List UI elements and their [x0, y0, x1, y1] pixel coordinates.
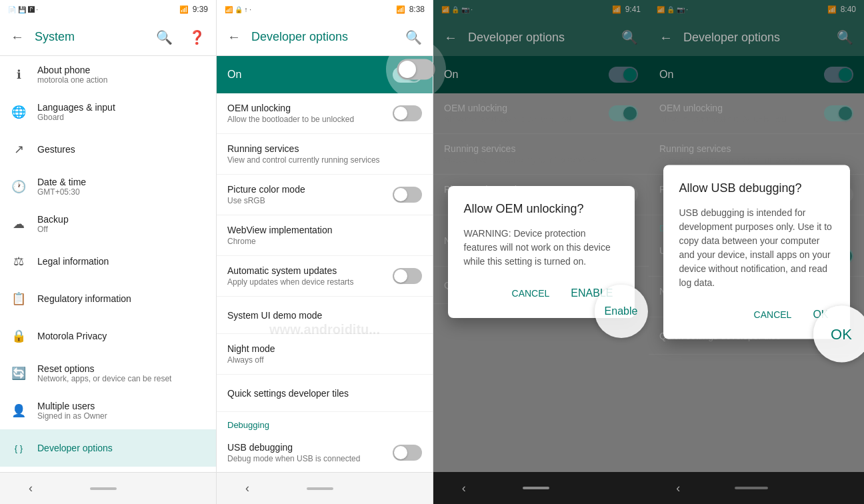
languages-icon: 🌐: [11, 104, 27, 120]
ok-circle-overlay[interactable]: OK: [813, 306, 865, 363]
oem-dialog-container: Allow OEM unlocking? WARNING: Device pro…: [448, 186, 635, 318]
about-icon: ℹ: [11, 67, 27, 83]
about-subtitle: motorola one action: [37, 75, 205, 85]
sidebar-item-gestures[interactable]: ↗ Gestures: [0, 131, 216, 168]
about-title: About phone: [37, 65, 205, 75]
oem-dialog-actions: Cancel Enable: [464, 285, 619, 302]
watermark-p2: www.androiditu...: [269, 322, 380, 337]
dev-item-webview[interactable]: WebView implementation Chrome: [217, 215, 433, 256]
users-subtitle: Signed in as Owner: [37, 411, 205, 421]
on-header-p2[interactable]: On: [217, 56, 433, 93]
languages-subtitle: Gboard: [37, 113, 205, 122]
regulatory-icon: 📋: [11, 291, 27, 307]
users-title: Multiple users: [37, 401, 205, 411]
status-icons-p1: 📄 💾 🅿 ·: [8, 6, 38, 13]
wifi-icon-p1: 📶: [179, 5, 189, 14]
privacy-icon: 🔒: [11, 328, 27, 344]
developer-title: Developer options: [37, 443, 205, 453]
toolbar-p1: ← System 🔍 ❓: [0, 19, 216, 56]
usb-dialog-title: Allow USB debugging?: [679, 181, 834, 195]
status-bar-p1: 📄 💾 🅿 · 📶 9:39: [0, 0, 216, 19]
time-p1: 9:39: [193, 5, 208, 14]
privacy-title: Motorola Privacy: [37, 331, 205, 341]
panel-system-settings: 📄 💾 🅿 · 📶 9:39 ← System 🔍 ❓ ℹ About phon…: [0, 0, 217, 504]
panel-developer-oem-dialog: 📶 🔒 📷 · 📶 9:41 ← Developer options 🔍 On …: [433, 0, 649, 504]
developer-list-p2: OEM unlocking Allow the bootloader to be…: [217, 93, 433, 472]
dev-item-oem[interactable]: OEM unlocking Allow the bootloader to be…: [217, 93, 433, 134]
sidebar-item-regulatory[interactable]: 📋 Regulatory information: [0, 280, 216, 317]
dev-item-autoupdate[interactable]: Automatic system updates Apply updates w…: [217, 256, 433, 297]
on-label-p2: On: [227, 69, 393, 81]
legal-title: Legal information: [37, 256, 205, 267]
dev-item-usbdebug[interactable]: USB debugging Debug mode when USB is con…: [217, 433, 433, 472]
ok-circle-label: OK: [831, 325, 852, 343]
sidebar-item-backup[interactable]: ☁ Backup Off: [0, 205, 216, 243]
status-bar-p2: 📶 🔒 ↑ · 📶 8:38: [217, 0, 433, 19]
legal-icon: ⚖: [11, 253, 27, 269]
bottom-nav-p4: ‹: [649, 472, 864, 504]
backup-title: Backup: [37, 214, 205, 225]
wifi-icon-p2: 📶: [396, 5, 405, 14]
status-icons-p2: 📶 🔒 ↑ ·: [225, 6, 251, 13]
gestures-title: Gestures: [37, 144, 205, 155]
oem-toggle-p2[interactable]: [393, 105, 422, 121]
backup-icon: ☁: [11, 216, 27, 232]
usb-cancel-button[interactable]: Cancel: [749, 306, 797, 323]
help-icon-p1[interactable]: ❓: [189, 29, 205, 45]
oem-dialog-title: Allow OEM unlocking?: [464, 202, 619, 216]
home-pill-p1: [90, 487, 117, 490]
regulatory-title: Regulatory information: [37, 293, 205, 304]
panel-developer-options: 📶 🔒 ↑ · 📶 8:38 ← Developer options 🔍 On …: [217, 0, 433, 504]
home-pill-p3: [523, 487, 549, 489]
reset-subtitle: Network, apps, or device can be reset: [37, 374, 205, 383]
enable-circle-overlay[interactable]: Enable: [595, 285, 648, 338]
back-nav-p3[interactable]: ‹: [462, 481, 466, 495]
datetime-icon: 🕐: [11, 179, 27, 195]
autoupdate-toggle-p2[interactable]: [393, 268, 422, 284]
sidebar-item-privacy[interactable]: 🔒 Motorola Privacy: [0, 317, 216, 355]
back-nav-p2[interactable]: ‹: [245, 481, 249, 495]
sidebar-item-datetime[interactable]: 🕐 Date & time GMT+05:30: [0, 168, 216, 205]
dev-item-nightmode[interactable]: Night mode Always off: [217, 334, 433, 375]
oem-dialog-body: WARNING: Device protection features will…: [464, 227, 619, 269]
panel-developer-usb-dialog: 📶 🔒 📷 · 📶 8:40 ← Developer options 🔍 On …: [649, 0, 864, 504]
home-pill-p2: [307, 487, 333, 490]
page-title-p1: System: [35, 30, 140, 44]
sidebar-item-legal[interactable]: ⚖ Legal information: [0, 243, 216, 280]
notification-icons-p2: 📶 🔒 ↑ ·: [225, 6, 251, 13]
gestures-icon: ↗: [11, 141, 27, 157]
reset-title: Reset options: [37, 363, 205, 374]
time-p2: 8:38: [409, 5, 425, 14]
sidebar-item-languages[interactable]: 🌐 Languages & input Gboard: [0, 93, 216, 131]
toggle-inner-p2[interactable]: [397, 59, 435, 79]
back-icon-p1[interactable]: ←: [11, 29, 24, 45]
dev-item-running[interactable]: Running services View and control curren…: [217, 134, 433, 175]
bottom-nav-p3: ‹: [433, 472, 649, 504]
oem-cancel-button[interactable]: Cancel: [507, 285, 555, 302]
back-nav-p4[interactable]: ‹: [676, 481, 680, 495]
back-icon-p2[interactable]: ←: [227, 29, 241, 45]
search-icon-p1[interactable]: 🔍: [156, 29, 173, 45]
settings-list: ℹ About phone motorola one action 🌐 Lang…: [0, 56, 216, 472]
color-toggle-p2[interactable]: [393, 187, 422, 203]
dev-item-quicktiles[interactable]: Quick settings developer tiles: [217, 375, 433, 412]
debugging-section-label-p2: Debugging: [217, 412, 433, 433]
sidebar-item-reset[interactable]: 🔄 Reset options Network, apps, or device…: [0, 355, 216, 392]
datetime-subtitle: GMT+05:30: [37, 187, 205, 197]
usb-dialog-container: Allow USB debugging? USB debugging is in…: [663, 165, 850, 339]
sidebar-item-developer[interactable]: { } Developer options: [0, 429, 216, 467]
usbdebug-toggle-p2[interactable]: [393, 445, 422, 461]
bottom-nav-p1: ‹: [0, 472, 216, 504]
languages-title: Languages & input: [37, 102, 205, 113]
datetime-title: Date & time: [37, 177, 205, 187]
enable-circle-label: Enable: [605, 305, 638, 317]
home-pill-p4: [735, 487, 768, 489]
sidebar-item-about[interactable]: ℹ About phone motorola one action: [0, 56, 216, 93]
dev-item-color[interactable]: Picture color mode Use sRGB: [217, 175, 433, 215]
page-title-p2: Developer options: [251, 30, 389, 44]
back-nav-p1[interactable]: ‹: [29, 481, 33, 495]
sidebar-item-system-updates[interactable]: 📱 System updates Updated to Android 9: [0, 467, 216, 472]
bottom-nav-p2: ‹: [217, 472, 433, 504]
backup-subtitle: Off: [37, 225, 205, 234]
sidebar-item-users[interactable]: 👤 Multiple users Signed in as Owner: [0, 392, 216, 429]
